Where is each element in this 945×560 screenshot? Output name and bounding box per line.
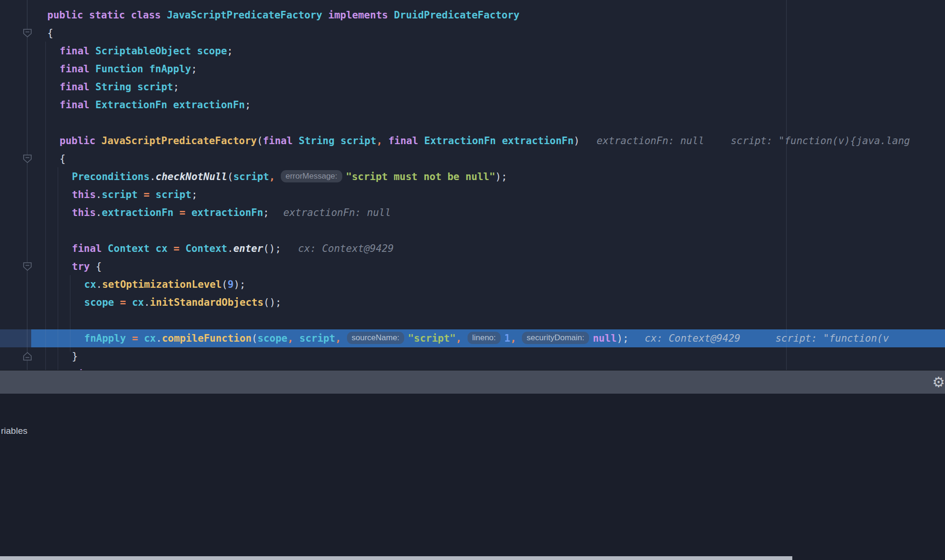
code-token: . [156, 333, 162, 344]
code-token [496, 135, 502, 146]
code-token: scope [84, 297, 114, 308]
code-token: extractionFn [191, 207, 263, 218]
code-editor[interactable]: public static class JavaScriptPredicateF… [0, 0, 945, 370]
debugger-inline-value: cx: Context@9429 [298, 243, 394, 254]
code-token: final [72, 243, 108, 254]
code-token: ; [263, 207, 269, 218]
inline-parameter-hint: securityDomain: [522, 332, 589, 344]
debugger-inline-value: extractionFn: null [597, 135, 704, 146]
code-token: final [60, 45, 95, 57]
code-token: { [60, 153, 66, 164]
code-line[interactable]: final Context cx = Context.enter();cx: C… [0, 240, 945, 258]
code-token: cx [144, 333, 156, 344]
code-token: = [167, 243, 185, 254]
code-token: Context [185, 243, 227, 254]
settings-gear-icon[interactable]: ⚙ [932, 373, 945, 391]
code-token: String [299, 135, 335, 146]
code-token: implements [328, 9, 388, 21]
code-line[interactable]: public JavaScriptPredicateFactory(final … [0, 132, 945, 150]
fold-collapse-end-icon[interactable] [23, 352, 32, 361]
code-token: ( [251, 333, 258, 344]
code-line[interactable]: final ScriptableObject scope; [0, 42, 945, 60]
code-token: JavaScriptPredicateFactory [102, 135, 257, 146]
code-token [191, 45, 197, 57]
code-line[interactable] [0, 311, 945, 329]
code-token: ; [227, 45, 233, 57]
code-token: , [269, 171, 275, 182]
fold-collapse-icon[interactable] [23, 154, 32, 164]
code-line[interactable]: { [0, 150, 945, 168]
code-token: checkNotNull [156, 171, 227, 182]
code-token: fnApply [149, 63, 191, 75]
code-token: cx [156, 243, 167, 254]
code-token [143, 63, 149, 75]
code-token: ScriptableObject [95, 45, 191, 57]
code-token: = [114, 297, 132, 308]
code-token: 9 [227, 279, 234, 290]
code-token: ( [227, 171, 234, 182]
code-line[interactable]: } [0, 347, 945, 365]
variables-tab-label[interactable]: riables [1, 426, 27, 436]
code-line[interactable]: scope = cx.initStandardObjects(); [0, 293, 945, 311]
code-token: enter [233, 243, 263, 254]
code-token: (); [263, 243, 281, 254]
code-token: ( [222, 279, 228, 290]
debugger-inline-value: script: "function(v){java.lang [731, 135, 910, 146]
inline-parameter-hint: sourceName: [347, 332, 404, 344]
code-token: ExtractionFn [95, 99, 167, 111]
code-line[interactable] [0, 222, 945, 240]
debugger-inline-value: script: "function(v [775, 333, 889, 344]
debugger-inline-value: cx: Context@9429 [645, 333, 740, 344]
code-token: script [299, 333, 335, 344]
code-line[interactable]: this.script = script; [0, 186, 945, 204]
code-token: "script" [408, 333, 456, 344]
code-token: null [593, 333, 617, 344]
code-token: ; [191, 63, 197, 75]
window-bottom-edge [0, 556, 792, 560]
code-token [322, 9, 329, 21]
code-token: final [263, 135, 299, 146]
code-token: Context [108, 243, 150, 254]
code-token: try [72, 261, 90, 272]
code-token: { [47, 27, 53, 39]
ide-debug-view: public static class JavaScriptPredicateF… [0, 0, 945, 560]
code-token: ( [257, 135, 263, 146]
code-token: script [156, 189, 191, 200]
code-line[interactable]: final String script; [0, 78, 945, 96]
code-token: . [144, 297, 150, 308]
code-token: public [60, 135, 102, 146]
code-line[interactable]: Preconditions.checkNotNull(script,errorM… [0, 168, 945, 186]
code-line[interactable]: public static class JavaScriptPredicateF… [0, 6, 945, 24]
code-token: fnApply [84, 333, 126, 344]
code-token: 1 [504, 333, 511, 344]
execution-point-line[interactable]: fnApply = cx.compileFunction(scope, scri… [0, 329, 945, 347]
code-token: script [233, 171, 269, 182]
code-token: , [376, 135, 388, 146]
code-line[interactable]: try { [0, 258, 945, 276]
code-token: ) [573, 135, 580, 146]
code-token: . [96, 279, 102, 290]
code-line[interactable] [0, 114, 945, 132]
code-line[interactable]: final Function fnApply; [0, 60, 945, 78]
panel-splitter[interactable]: ⚙ [0, 370, 945, 394]
code-token: String [95, 81, 131, 93]
code-token: scope [197, 45, 227, 57]
code-token: "script must not be null" [346, 171, 495, 182]
code-token: . [227, 243, 234, 254]
code-token: this [72, 189, 96, 200]
code-line[interactable]: this.extractionFn = extractionFn;extract… [0, 204, 945, 222]
code-token: ; [173, 81, 179, 93]
code-line[interactable]: final ExtractionFn extractionFn; [0, 96, 945, 114]
variables-panel: riables ❯this = {JavaScriptDimFilter$Jav… [0, 394, 945, 560]
code-line[interactable]: { [0, 24, 945, 42]
code-token: , [456, 333, 462, 344]
code-line[interactable]: finally { [0, 365, 945, 370]
inline-parameter-hint: errorMessage: [281, 170, 342, 182]
inline-parameter-hint: lineno: [468, 332, 501, 344]
code-line[interactable]: cx.setOptimizationLevel(9); [0, 276, 945, 293]
fold-collapse-icon[interactable] [23, 28, 32, 38]
code-token: extractionFn [102, 207, 173, 218]
fold-collapse-icon[interactable] [23, 262, 32, 271]
code-token: ); [617, 333, 629, 344]
code-area[interactable]: public static class JavaScriptPredicateF… [0, 0, 945, 370]
